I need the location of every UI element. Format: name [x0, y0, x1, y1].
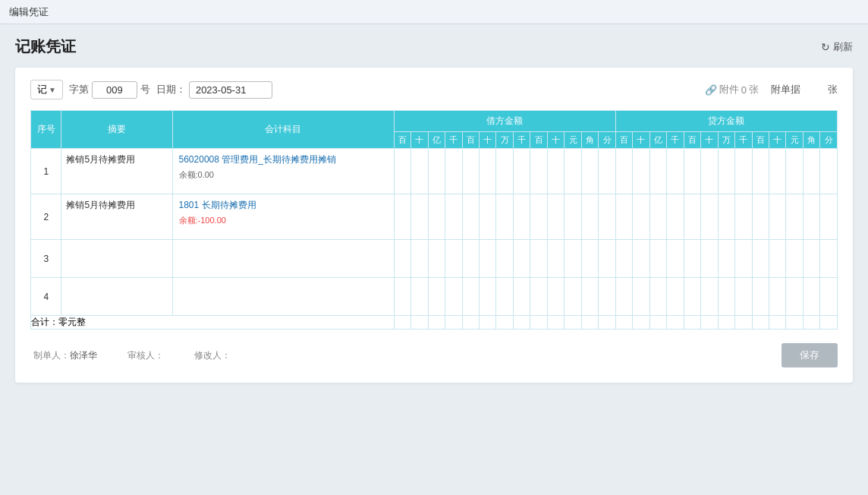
- cell-subject-3[interactable]: [172, 278, 394, 316]
- debit-digit-r0-c3[interactable]: [445, 149, 462, 194]
- debit-digit-r1-c5[interactable]: [480, 194, 496, 240]
- credit-digit-r2-c2[interactable]: [649, 240, 666, 278]
- credit-digit-r3-c3[interactable]: [667, 278, 684, 316]
- credit-digit-r0-c11[interactable]: [803, 149, 819, 194]
- debit-digit-r1-c6[interactable]: [496, 194, 513, 240]
- credit-digit-r1-c6[interactable]: [718, 194, 734, 240]
- debit-digit-r1-c4[interactable]: [462, 194, 479, 240]
- credit-digit-r2-c1[interactable]: [633, 240, 649, 278]
- credit-digit-r2-c10[interactable]: [786, 240, 803, 278]
- debit-digit-r1-c11[interactable]: [581, 194, 598, 240]
- credit-digit-r2-c5[interactable]: [701, 240, 718, 278]
- credit-digit-r3-c5[interactable]: [701, 278, 718, 316]
- refresh-button[interactable]: ↻ 刷新: [821, 40, 853, 54]
- credit-digit-r1-c0[interactable]: [615, 194, 632, 240]
- credit-digit-r1-c4[interactable]: [684, 194, 700, 240]
- credit-digit-r3-c12[interactable]: [820, 278, 838, 316]
- table-row[interactable]: 2摊销5月待摊费用1801 长期待摊费用余额:-100.00: [31, 194, 838, 240]
- attachment-link[interactable]: 🔗 附件 0 张: [705, 83, 759, 96]
- debit-digit-r1-c10[interactable]: [565, 194, 581, 240]
- credit-digit-r3-c7[interactable]: [735, 278, 752, 316]
- debit-digit-r0-c0[interactable]: [394, 149, 410, 194]
- debit-digit-r0-c11[interactable]: [581, 149, 598, 194]
- debit-digit-r3-c12[interactable]: [599, 278, 615, 316]
- cell-summary-1[interactable]: 摊销5月待摊费用: [61, 194, 172, 240]
- debit-digit-r2-c5[interactable]: [480, 240, 496, 278]
- credit-digit-r3-c9[interactable]: [769, 278, 785, 316]
- debit-digit-r0-c8[interactable]: [530, 149, 547, 194]
- credit-digit-r1-c3[interactable]: [667, 194, 684, 240]
- debit-digit-r2-c7[interactable]: [513, 240, 530, 278]
- debit-digit-r3-c5[interactable]: [480, 278, 496, 316]
- credit-digit-r3-c0[interactable]: [615, 278, 632, 316]
- cell-subject-1[interactable]: 1801 长期待摊费用余额:-100.00: [172, 194, 394, 240]
- cell-summary-3[interactable]: [61, 278, 172, 316]
- credit-digit-r1-c9[interactable]: [769, 194, 785, 240]
- credit-digit-r2-c7[interactable]: [735, 240, 752, 278]
- debit-digit-r2-c2[interactable]: [428, 240, 445, 278]
- credit-digit-r0-c8[interactable]: [752, 149, 769, 194]
- table-row[interactable]: 1摊销5月待摊费用56020008 管理费用_长期待摊费用摊销余额:0.00: [31, 149, 838, 194]
- credit-digit-r0-c0[interactable]: [615, 149, 632, 194]
- debit-digit-r3-c1[interactable]: [411, 278, 428, 316]
- debit-digit-r3-c6[interactable]: [496, 278, 513, 316]
- table-row[interactable]: 3: [31, 240, 838, 278]
- cell-subject-2[interactable]: [172, 240, 394, 278]
- credit-digit-r3-c8[interactable]: [752, 278, 769, 316]
- debit-digit-r2-c11[interactable]: [581, 240, 598, 278]
- debit-digit-r3-c7[interactable]: [513, 278, 530, 316]
- debit-digit-r0-c9[interactable]: [547, 149, 564, 194]
- credit-digit-r3-c1[interactable]: [633, 278, 649, 316]
- debit-digit-r1-c8[interactable]: [530, 194, 547, 240]
- credit-digit-r2-c4[interactable]: [684, 240, 700, 278]
- cell-subject-0[interactable]: 56020008 管理费用_长期待摊费用摊销余额:0.00: [172, 149, 394, 194]
- credit-digit-r0-c2[interactable]: [649, 149, 666, 194]
- credit-digit-r3-c2[interactable]: [649, 278, 666, 316]
- debit-digit-r1-c9[interactable]: [547, 194, 564, 240]
- credit-digit-r0-c10[interactable]: [786, 149, 803, 194]
- debit-digit-r0-c7[interactable]: [513, 149, 530, 194]
- save-button[interactable]: 保存: [782, 343, 838, 367]
- credit-digit-r1-c1[interactable]: [633, 194, 649, 240]
- credit-digit-r3-c11[interactable]: [803, 278, 819, 316]
- debit-digit-r2-c12[interactable]: [599, 240, 615, 278]
- debit-digit-r0-c4[interactable]: [462, 149, 479, 194]
- credit-digit-r0-c4[interactable]: [684, 149, 700, 194]
- debit-digit-r1-c1[interactable]: [411, 194, 428, 240]
- debit-digit-r1-c12[interactable]: [599, 194, 615, 240]
- credit-digit-r1-c8[interactable]: [752, 194, 769, 240]
- credit-digit-r3-c4[interactable]: [684, 278, 700, 316]
- credit-digit-r1-c11[interactable]: [803, 194, 819, 240]
- credit-digit-r0-c5[interactable]: [701, 149, 718, 194]
- debit-digit-r2-c8[interactable]: [530, 240, 547, 278]
- credit-digit-r2-c3[interactable]: [667, 240, 684, 278]
- credit-digit-r1-c12[interactable]: [820, 194, 838, 240]
- credit-digit-r0-c3[interactable]: [667, 149, 684, 194]
- debit-digit-r0-c6[interactable]: [496, 149, 513, 194]
- credit-digit-r3-c6[interactable]: [718, 278, 734, 316]
- debit-digit-r0-c1[interactable]: [411, 149, 428, 194]
- debit-digit-r0-c10[interactable]: [565, 149, 581, 194]
- debit-digit-r1-c7[interactable]: [513, 194, 530, 240]
- debit-digit-r2-c10[interactable]: [565, 240, 581, 278]
- voucher-number-input[interactable]: [92, 81, 137, 99]
- debit-digit-r3-c3[interactable]: [445, 278, 462, 316]
- debit-digit-r2-c9[interactable]: [547, 240, 564, 278]
- credit-digit-r1-c2[interactable]: [649, 194, 666, 240]
- credit-digit-r1-c10[interactable]: [786, 194, 803, 240]
- debit-digit-r3-c0[interactable]: [394, 278, 410, 316]
- credit-digit-r0-c6[interactable]: [718, 149, 734, 194]
- debit-digit-r3-c4[interactable]: [462, 278, 479, 316]
- debit-digit-r2-c4[interactable]: [462, 240, 479, 278]
- credit-digit-r2-c8[interactable]: [752, 240, 769, 278]
- debit-digit-r2-c3[interactable]: [445, 240, 462, 278]
- table-row[interactable]: 4: [31, 278, 838, 316]
- debit-digit-r2-c1[interactable]: [411, 240, 428, 278]
- credit-digit-r1-c5[interactable]: [701, 194, 718, 240]
- debit-digit-r2-c6[interactable]: [496, 240, 513, 278]
- credit-digit-r0-c9[interactable]: [769, 149, 785, 194]
- debit-digit-r1-c0[interactable]: [394, 194, 410, 240]
- debit-digit-r3-c2[interactable]: [428, 278, 445, 316]
- credit-digit-r2-c6[interactable]: [718, 240, 734, 278]
- debit-digit-r3-c10[interactable]: [565, 278, 581, 316]
